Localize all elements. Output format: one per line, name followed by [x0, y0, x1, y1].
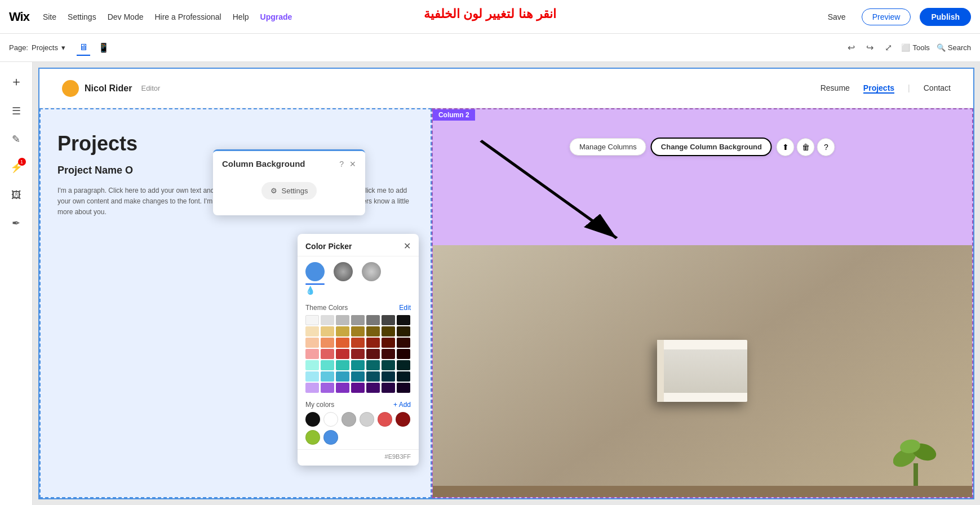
- add-element-button[interactable]: ＋: [6, 69, 27, 95]
- fullscreen-button[interactable]: ⤢: [883, 40, 894, 55]
- swatch[interactable]: [351, 360, 365, 370]
- swatch[interactable]: [336, 338, 349, 348]
- swatch[interactable]: [321, 360, 334, 370]
- my-color-dark-red[interactable]: [396, 412, 410, 427]
- swatch[interactable]: [366, 360, 380, 370]
- swatch[interactable]: [321, 326, 334, 336]
- swatch[interactable]: [382, 360, 395, 370]
- my-color-red[interactable]: [378, 412, 392, 427]
- swatch[interactable]: [366, 349, 380, 359]
- swatch[interactable]: [366, 315, 380, 325]
- move-up-icon[interactable]: ⬆: [777, 138, 795, 156]
- nav-hire[interactable]: Hire a Professional: [154, 12, 221, 21]
- sidebar-icon-apps[interactable]: ⚡ 1: [5, 156, 28, 179]
- save-button[interactable]: Save: [821, 9, 853, 25]
- nav-upgrade[interactable]: Upgrade: [260, 12, 292, 21]
- swatch[interactable]: [366, 383, 380, 393]
- desktop-icon[interactable]: 🖥: [77, 40, 90, 56]
- logo-circle: [62, 80, 79, 97]
- swatch[interactable]: [366, 338, 380, 348]
- swatch[interactable]: [382, 371, 395, 382]
- cp-title: Color Picker: [305, 242, 352, 251]
- close-panel-icon[interactable]: ✕: [349, 160, 356, 169]
- swatch[interactable]: [397, 326, 410, 336]
- swatch[interactable]: [336, 349, 349, 359]
- sidebar-icon-design[interactable]: ✎: [6, 127, 26, 151]
- swatch[interactable]: [351, 326, 365, 336]
- sidebar-icon-pages[interactable]: ☰: [6, 99, 26, 123]
- swatch[interactable]: [305, 360, 319, 370]
- nav-site[interactable]: Site: [43, 12, 56, 21]
- swatch[interactable]: [351, 371, 365, 382]
- swatch[interactable]: [305, 371, 319, 382]
- swatch[interactable]: [305, 383, 319, 393]
- gradient2-tab[interactable]: [362, 262, 381, 281]
- delete-icon[interactable]: 🗑: [797, 138, 815, 156]
- gradient1-tab[interactable]: [334, 262, 353, 281]
- settings-button[interactable]: ⚙ Settings: [261, 182, 317, 200]
- nav-projects[interactable]: Projects: [863, 83, 894, 94]
- publish-button[interactable]: Publish: [920, 8, 971, 26]
- swatch[interactable]: [336, 315, 349, 325]
- swatch[interactable]: [351, 383, 365, 393]
- swatch[interactable]: [382, 383, 395, 393]
- swatch[interactable]: [321, 349, 334, 359]
- manage-columns-button[interactable]: Manage Columns: [570, 138, 646, 156]
- swatch[interactable]: [305, 315, 319, 325]
- nav-contact[interactable]: Contact: [924, 83, 951, 94]
- swatch[interactable]: [366, 326, 380, 336]
- swatch[interactable]: [351, 349, 365, 359]
- search-button[interactable]: 🔍 Search: [937, 43, 971, 52]
- swatch[interactable]: [382, 338, 395, 348]
- my-color-black[interactable]: [305, 412, 320, 427]
- nav-help[interactable]: Help: [233, 12, 249, 21]
- swatch[interactable]: [305, 338, 319, 348]
- nav-resume[interactable]: Resume: [821, 83, 850, 94]
- my-color-gray2[interactable]: [360, 412, 374, 427]
- page-selector[interactable]: Page: Projects ▾: [9, 43, 65, 52]
- my-color-green[interactable]: [305, 430, 320, 445]
- swatch[interactable]: [336, 383, 349, 393]
- nav-dev-mode[interactable]: Dev Mode: [108, 12, 144, 21]
- my-color-white[interactable]: [323, 412, 338, 427]
- swatch[interactable]: [366, 371, 380, 382]
- redo-button[interactable]: ↪: [864, 40, 876, 55]
- swatch[interactable]: [336, 371, 349, 382]
- swatch[interactable]: [351, 338, 365, 348]
- swatch[interactable]: [321, 338, 334, 348]
- preview-button[interactable]: Preview: [862, 8, 911, 25]
- swatch[interactable]: [305, 349, 319, 359]
- swatch[interactable]: [397, 360, 410, 370]
- swatch[interactable]: [382, 326, 395, 336]
- help-icon[interactable]: ?: [817, 138, 835, 156]
- my-color-gray1[interactable]: [342, 412, 356, 427]
- swatch[interactable]: [397, 315, 410, 325]
- my-color-blue[interactable]: [323, 430, 338, 445]
- swatch[interactable]: [397, 371, 410, 382]
- nav-settings[interactable]: Settings: [68, 12, 96, 21]
- swatch[interactable]: [336, 326, 349, 336]
- swatch[interactable]: [382, 349, 395, 359]
- sidebar-icon-blog[interactable]: ✒: [6, 211, 26, 235]
- swatch[interactable]: [321, 371, 334, 382]
- swatch[interactable]: [336, 360, 349, 370]
- edit-theme-colors-link[interactable]: Edit: [399, 304, 411, 312]
- change-column-background-button[interactable]: Change Column Background: [651, 138, 772, 156]
- swatch[interactable]: [397, 383, 410, 393]
- mobile-icon[interactable]: 📱: [96, 40, 112, 56]
- swatch[interactable]: [382, 315, 395, 325]
- undo-button[interactable]: ↩: [845, 40, 857, 55]
- swatch[interactable]: [397, 338, 410, 348]
- column-2[interactable]: Column 2 Manage Columns Change Column Ba…: [432, 108, 973, 498]
- sidebar-icon-media[interactable]: 🖼: [6, 184, 27, 207]
- swatch[interactable]: [321, 315, 334, 325]
- cp-close-icon[interactable]: ✕: [403, 241, 411, 251]
- swatch[interactable]: [305, 326, 319, 336]
- add-color-link[interactable]: + Add: [393, 401, 411, 409]
- tools-button[interactable]: ⬜ Tools: [901, 43, 929, 52]
- swatch[interactable]: [351, 315, 365, 325]
- swatch[interactable]: [397, 349, 410, 359]
- swatch[interactable]: [321, 383, 334, 393]
- help-panel-icon[interactable]: ?: [339, 160, 344, 169]
- solid-color-tab[interactable]: [305, 262, 325, 281]
